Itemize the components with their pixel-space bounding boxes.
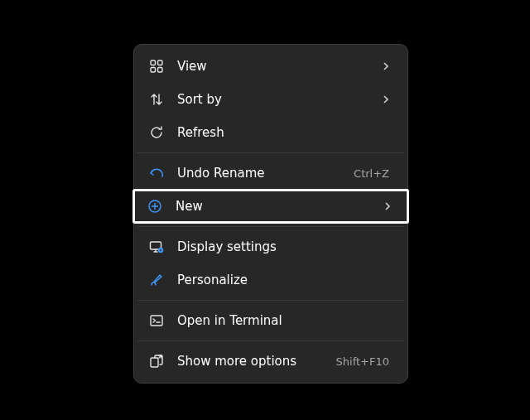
svg-rect-9: [151, 358, 158, 367]
separator: [137, 226, 404, 227]
display-settings-icon: [149, 239, 164, 254]
svg-point-7: [160, 249, 161, 251]
menu-item-label: New: [176, 199, 383, 214]
terminal-icon: [149, 313, 164, 328]
menu-item-display-settings[interactable]: Display settings: [136, 230, 406, 263]
more-options-icon: [149, 354, 164, 369]
menu-item-label: Show more options: [177, 354, 336, 369]
menu-item-hint: Ctrl+Z: [354, 167, 393, 180]
svg-rect-3: [158, 68, 163, 73]
menu-item-open-terminal[interactable]: Open in Terminal: [136, 304, 406, 337]
undo-icon: [149, 166, 164, 181]
svg-rect-0: [151, 60, 156, 65]
separator: [137, 300, 404, 301]
svg-rect-8: [151, 316, 162, 326]
refresh-icon: [149, 125, 164, 140]
menu-item-label: Open in Terminal: [177, 313, 393, 328]
view-icon: [149, 59, 164, 74]
menu-item-label: Personalize: [177, 273, 393, 287]
separator: [137, 152, 404, 153]
menu-item-label: Refresh: [177, 125, 393, 140]
plus-circle-icon: [147, 199, 162, 214]
menu-item-view[interactable]: View: [136, 50, 406, 83]
menu-item-sort-by[interactable]: Sort by: [136, 83, 406, 116]
menu-item-label: View: [177, 59, 381, 74]
svg-rect-2: [151, 68, 156, 73]
menu-item-label: Sort by: [177, 92, 381, 107]
menu-item-label: Undo Rename: [177, 166, 354, 181]
chevron-right-icon: [381, 61, 391, 71]
sort-icon: [149, 92, 164, 107]
chevron-right-icon: [383, 201, 393, 211]
chevron-right-icon: [381, 94, 391, 104]
menu-item-refresh[interactable]: Refresh: [136, 116, 406, 149]
menu-item-hint: Shift+F10: [336, 355, 393, 368]
svg-rect-1: [158, 60, 163, 65]
menu-item-undo-rename[interactable]: Undo Rename Ctrl+Z: [136, 157, 406, 190]
desktop-context-menu: View Sort by Refresh Undo Rename Ctrl+Z …: [133, 44, 408, 384]
menu-item-new[interactable]: New: [133, 190, 408, 223]
menu-item-label: Display settings: [177, 239, 393, 254]
separator: [137, 340, 404, 341]
menu-item-personalize[interactable]: Personalize: [136, 263, 406, 297]
menu-item-show-more-options[interactable]: Show more options Shift+F10: [136, 345, 406, 378]
personalize-icon: [149, 273, 164, 287]
